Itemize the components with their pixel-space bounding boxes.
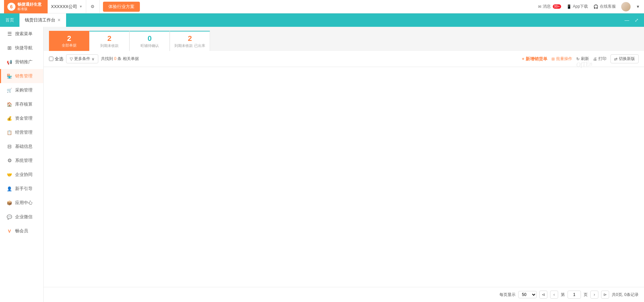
sidebar-label-inventory: 库存核算	[15, 101, 33, 107]
sidebar-item-sales[interactable]: 销售管理	[0, 69, 43, 83]
sidebar-item-marketing[interactable]: 营销推广	[0, 55, 43, 69]
sidebar-item-member[interactable]: 畅会员	[0, 224, 43, 238]
sidebar-item-corp[interactable]: 企业协同	[0, 168, 43, 182]
app-center-icon	[6, 200, 12, 206]
found-count: 0	[114, 56, 116, 61]
switch-label: 切换新版	[619, 56, 635, 62]
app-label: App下载	[573, 4, 588, 9]
marketing-icon	[6, 59, 12, 65]
last-page-button[interactable]: ⊳	[601, 291, 609, 299]
stats-tabs: 2 全部单据 2 到期未收款 0 旺辅待确认 2 到期未收款 已出库	[44, 27, 644, 51]
sidebar-item-quick-nav[interactable]: 快捷导航	[0, 41, 43, 55]
page-size-select[interactable]: 50 100	[518, 291, 537, 298]
stats-label-overdue: 到期未收款	[100, 43, 119, 48]
trial-button[interactable]: 体验行业方案	[103, 2, 140, 12]
wechat-icon	[6, 214, 12, 220]
headset-icon: 🎧	[593, 4, 598, 9]
next-page-button[interactable]: ›	[590, 291, 598, 299]
batch-operation-button[interactable]: ⊞ 批量操作	[551, 56, 572, 62]
tab-minimize-button[interactable]: —	[623, 16, 631, 24]
username-text: ▼	[636, 4, 640, 9]
select-all-input[interactable]	[49, 57, 53, 61]
add-sale-order-button[interactable]: + 新增销货单	[522, 56, 547, 62]
sidebar-label-wechat: 企业微信	[15, 214, 33, 220]
sidebar-item-guide[interactable]: 新手引导	[0, 182, 43, 196]
sidebar-item-basic[interactable]: 基础信息	[0, 139, 43, 154]
prev-page-button[interactable]: ‹	[550, 291, 558, 299]
select-all-label: 全选	[55, 56, 63, 62]
purchase-icon	[6, 87, 12, 93]
finance-icon	[6, 115, 12, 121]
sidebar-item-purchase[interactable]: 采购管理	[0, 83, 43, 97]
sidebar-item-finance[interactable]: 资金管理	[0, 111, 43, 125]
app-icon: 📱	[567, 4, 572, 9]
page-number-input[interactable]	[568, 291, 581, 299]
print-button[interactable]: 🖨 打印	[593, 56, 606, 62]
stats-count-overdue: 2	[107, 34, 111, 43]
filter-icon: ▽	[70, 57, 73, 61]
message-label: 消息	[543, 4, 551, 9]
avatar-image	[621, 2, 631, 11]
avatar[interactable]	[621, 2, 631, 11]
sidebar-item-inventory[interactable]: 库存核算	[0, 97, 43, 111]
stats-tab-overdue-out[interactable]: 2 到期未收款 已出库	[170, 31, 210, 51]
company-selector[interactable]: XXXXXX公司 ▼	[48, 0, 86, 13]
guide-icon	[6, 186, 12, 192]
sidebar-item-operation[interactable]: 经营管理	[0, 125, 43, 139]
filter-button[interactable]: ▽ 更多条件 ∨	[66, 54, 98, 63]
settings-button[interactable]: ⚙	[86, 0, 100, 13]
stats-tab-overdue[interactable]: 2 到期未收款	[89, 31, 129, 51]
tab-cashflow-label: 钱货日清工作台	[25, 17, 55, 23]
sidebar-label-guide: 新手引导	[15, 186, 33, 192]
sidebar-item-search-menu[interactable]: 搜索菜单	[0, 27, 43, 41]
switch-version-button[interactable]: ⇄ 切换新版	[610, 54, 639, 63]
batch-label: 批量操作	[556, 56, 572, 62]
message-button[interactable]: ✉ 消息 99+	[538, 4, 561, 9]
sidebar-item-app[interactable]: 应用中心	[0, 196, 43, 210]
tab-maximize-button[interactable]: ⤢	[633, 16, 640, 24]
page-suffix: 页	[584, 292, 588, 298]
sidebar-label-quick-nav: 快捷导航	[15, 45, 33, 51]
stats-count-all: 2	[67, 34, 71, 43]
sidebar-label-search-menu: 搜索菜单	[15, 31, 33, 37]
stats-count-pending: 0	[148, 34, 152, 43]
top-header: 6 畅捷通好生意 标准版 XXXXXX公司 ▼ ⚙ 体验行业方案 ✉ 消息 99…	[0, 0, 644, 13]
sidebar-label-corp: 企业协同	[15, 172, 33, 178]
sidebar-label-operation: 经营管理	[15, 129, 33, 135]
logo-title: 畅捷通好生意	[17, 2, 42, 7]
content-area: 2 全部单据 2 到期未收款 0 旺辅待确认 2 到期未收款 已出库 全选	[44, 27, 644, 302]
select-all-checkbox[interactable]: 全选	[49, 56, 63, 62]
batch-icon: ⊞	[551, 57, 555, 61]
toolbar: 全选 ▽ 更多条件 ∨ 共找到 0 条 相关单据 + 新增销货单 ⊞ 批量操作	[44, 51, 644, 67]
sidebar: 搜索菜单 快捷导航 营销推广 销售管理 采购管理 库存核算 资金管理 经营管理	[0, 27, 44, 302]
tab-bar-actions: — ⤢	[623, 16, 644, 24]
stats-tab-all[interactable]: 2 全部单据	[49, 31, 89, 51]
stats-label-overdue-out: 到期未收款 已出库	[174, 43, 205, 48]
print-label: 打印	[598, 56, 606, 62]
service-label: 在线客服	[600, 4, 616, 9]
sidebar-label-marketing: 营销推广	[15, 59, 33, 65]
filter-label: 更多条件	[74, 56, 90, 62]
sales-icon	[6, 73, 12, 79]
username-area[interactable]: ▼	[636, 4, 640, 9]
sidebar-label-sales: 销售管理	[15, 73, 33, 79]
header-right: ✉ 消息 99+ 📱 App下载 🎧 在线客服 ▼	[538, 2, 640, 11]
pagination: 每页显示 50 100 ⊲ ‹ 第 页 › ⊳ 共0页, 0条记录	[44, 287, 644, 302]
app-download-button[interactable]: 📱 App下载	[567, 4, 588, 9]
sidebar-item-system[interactable]: 系统管理	[0, 154, 43, 168]
toolbar-left: 全选 ▽ 更多条件 ∨ 共找到 0 条 相关单据	[49, 54, 139, 63]
sidebar-item-wechat[interactable]: 企业微信	[0, 210, 43, 224]
tab-home[interactable]: 首页	[0, 13, 19, 27]
stats-count-overdue-out: 2	[188, 34, 192, 43]
stats-tab-pending[interactable]: 0 旺辅待确认	[129, 31, 170, 51]
tab-close-icon[interactable]: ✕	[57, 18, 61, 22]
service-button[interactable]: 🎧 在线客服	[593, 4, 616, 9]
search-menu-icon	[6, 31, 12, 37]
logo-area: 6 畅捷通好生意 标准版	[4, 0, 48, 13]
main-layout: 搜索菜单 快捷导航 营销推广 销售管理 采购管理 库存核算 资金管理 经营管理	[0, 27, 644, 302]
first-page-button[interactable]: ⊲	[539, 291, 547, 299]
system-icon	[6, 158, 12, 164]
company-name: XXXXXX公司	[51, 4, 77, 10]
stats-label-all: 全部单据	[62, 43, 76, 48]
tab-cashflow[interactable]: 钱货日清工作台 ✕	[19, 13, 66, 27]
